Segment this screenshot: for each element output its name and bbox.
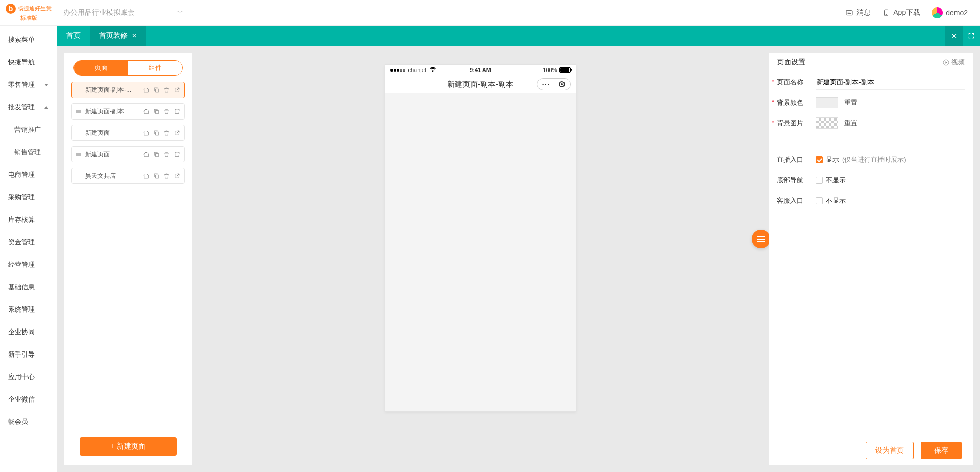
nav-basic[interactable]: 基础信息: [0, 276, 57, 298]
live-entry-cb-label: 显示: [826, 155, 839, 164]
bg-image-reset[interactable]: 重置: [844, 119, 857, 128]
nav-system[interactable]: 系统管理: [0, 298, 57, 321]
nav-appcenter[interactable]: 应用中心: [0, 366, 57, 388]
svg-point-2: [886, 14, 887, 14]
delete-icon[interactable]: [163, 108, 170, 115]
fullscreen-button[interactable]: [963, 26, 980, 46]
more-icon[interactable]: ···: [542, 80, 550, 89]
phone-icon: [882, 9, 890, 17]
tab-home[interactable]: 首页: [57, 26, 90, 46]
chevron-down-icon: ﹀: [177, 8, 184, 17]
drag-handle-icon[interactable]: [76, 153, 81, 156]
bg-image-swatch[interactable]: [816, 117, 838, 129]
set-home-icon[interactable]: [143, 151, 150, 158]
share-icon[interactable]: [174, 108, 180, 115]
signal-icon: [390, 69, 406, 72]
nav-guide[interactable]: 新手引导: [0, 343, 57, 366]
nav-retail[interactable]: 零售管理: [0, 74, 57, 96]
share-icon[interactable]: [174, 130, 180, 136]
copy-icon[interactable]: [153, 108, 160, 115]
new-page-button[interactable]: + 新建页面: [80, 437, 177, 456]
tab-decoration[interactable]: 首页装修 ✕: [90, 26, 146, 46]
nav-quick[interactable]: 快捷导航: [0, 51, 57, 74]
set-home-icon[interactable]: [143, 173, 150, 179]
nav-operation[interactable]: 经营管理: [0, 253, 57, 276]
carrier-label: chanjet: [408, 67, 426, 73]
nav-wechat[interactable]: 企业微信: [0, 388, 57, 411]
wifi-icon: [429, 67, 436, 73]
live-entry-hint: (仅当进行直播时展示): [842, 155, 906, 164]
live-entry-checkbox[interactable]: [816, 156, 823, 163]
copy-icon[interactable]: [153, 87, 160, 93]
drag-handle-icon[interactable]: [76, 89, 81, 91]
bottom-nav-checkbox[interactable]: [816, 177, 823, 184]
battery-icon: [559, 67, 571, 73]
nav-inventory[interactable]: 库存核算: [0, 208, 57, 231]
drag-handle-icon[interactable]: [76, 175, 81, 177]
share-icon[interactable]: [174, 87, 180, 93]
nav-collab[interactable]: 企业协同: [0, 321, 57, 343]
page-item[interactable]: 新建页面: [71, 146, 185, 162]
cs-entry-label: 客服入口: [777, 196, 816, 205]
nav-funds[interactable]: 资金管理: [0, 231, 57, 253]
page-name-input[interactable]: [816, 75, 965, 90]
bg-image-label: 背景图片: [777, 119, 816, 128]
copy-icon[interactable]: [153, 151, 160, 158]
miniprogram-capsule[interactable]: ···: [537, 78, 571, 90]
tab-component[interactable]: 组件: [128, 61, 182, 75]
bg-color-label: 背景颜色: [777, 98, 816, 107]
save-button[interactable]: 保存: [921, 442, 962, 459]
phone-title-bar: 新建页面-副本-副本 ···: [385, 75, 576, 93]
nav-purchase[interactable]: 采购管理: [0, 186, 57, 208]
page-item[interactable]: 新建页面: [71, 125, 185, 141]
collapse-panel-toggle[interactable]: [752, 230, 770, 248]
share-icon[interactable]: [174, 173, 180, 179]
avatar: [932, 7, 943, 18]
phone-preview: chanjet 9:41 AM 100% 新建页面-副本-副本: [385, 64, 576, 412]
edition-badge: 标准版: [20, 14, 37, 22]
delete-icon[interactable]: [163, 87, 170, 93]
page-component-tabs: 页面 组件: [74, 60, 183, 76]
close-icon[interactable]: ✕: [132, 32, 137, 39]
cs-entry-checkbox[interactable]: [816, 197, 823, 204]
copy-icon[interactable]: [153, 130, 160, 136]
sidebar: 搜索菜单 快捷导航 零售管理 批发管理 营销推广 销售管理 电商管理 采购管理 …: [0, 26, 57, 472]
page-item[interactable]: 新建页面-副本: [71, 103, 185, 120]
tab-bar: 首页 首页装修 ✕ ✕: [57, 26, 980, 46]
set-home-icon[interactable]: [143, 87, 150, 93]
nav-wholesale[interactable]: 批发管理: [0, 96, 57, 119]
copy-icon[interactable]: [153, 173, 160, 179]
nav-marketing[interactable]: 营销推广: [0, 119, 57, 141]
page-item[interactable]: 新建页面-副本-...: [71, 82, 185, 98]
set-home-icon[interactable]: [143, 108, 150, 115]
share-icon[interactable]: [174, 151, 180, 158]
caret-down-icon: [44, 84, 48, 86]
bottom-nav-label: 底部导航: [777, 176, 816, 185]
nav-member[interactable]: 畅会员: [0, 411, 57, 433]
delete-icon[interactable]: [163, 151, 170, 158]
drag-handle-icon[interactable]: [76, 132, 81, 134]
nav-search-menu[interactable]: 搜索菜单: [0, 29, 57, 51]
delete-icon[interactable]: [163, 130, 170, 136]
page-item[interactable]: 昊天文具店: [71, 168, 185, 184]
set-home-button[interactable]: 设为首页: [866, 442, 914, 459]
brand-logo[interactable]: b 畅捷通好生意 标准版: [0, 0, 57, 26]
delete-icon[interactable]: [163, 173, 170, 179]
close-tab-button[interactable]: ✕: [945, 26, 963, 46]
bg-color-swatch[interactable]: [816, 97, 838, 108]
messages-button[interactable]: 消息: [845, 8, 871, 17]
set-home-icon[interactable]: [143, 130, 150, 136]
cs-entry-cb-label: 不显示: [826, 196, 846, 205]
nav-ecommerce[interactable]: 电商管理: [0, 163, 57, 186]
user-menu[interactable]: demo2: [932, 7, 968, 18]
svg-rect-7: [155, 175, 159, 178]
bg-color-reset[interactable]: 重置: [844, 98, 857, 107]
nav-sales[interactable]: 销售管理: [0, 141, 57, 163]
svg-rect-3: [155, 89, 159, 92]
video-help-link[interactable]: 视频: [943, 58, 965, 67]
target-icon[interactable]: [559, 81, 565, 87]
tab-page[interactable]: 页面: [74, 61, 128, 75]
app-download-button[interactable]: App下载: [882, 8, 920, 17]
account-selector[interactable]: 办公用品行业模拟账套 ﹀: [57, 8, 190, 17]
drag-handle-icon[interactable]: [76, 110, 81, 113]
